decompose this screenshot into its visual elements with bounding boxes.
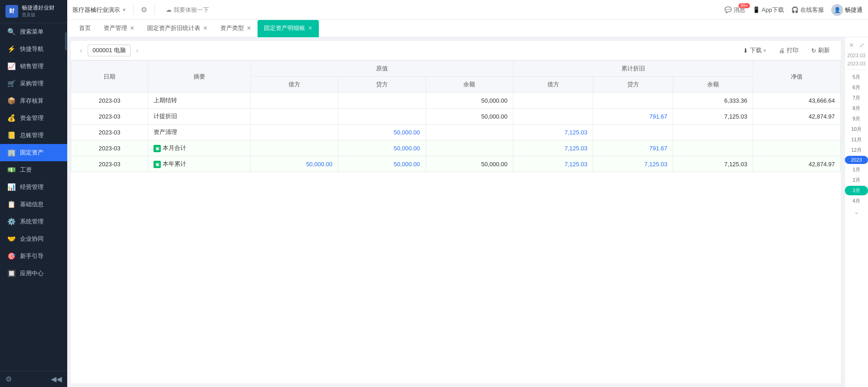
timeline-month-7[interactable]: 7月 [845, 93, 868, 103]
collapse-sidebar-icon[interactable]: ◀◀ [51, 375, 62, 383]
sidebar-item-sales[interactable]: 📈 销售管理 [0, 58, 67, 75]
sidebar-item-search[interactable]: 🔍 搜索菜单 [0, 23, 67, 40]
timeline-year-2023-sub: 2023.03 [845, 60, 868, 68]
timeline-month-9[interactable]: 9月 [845, 114, 868, 124]
sidebar-item-quick-nav[interactable]: ⚡ 快捷导航 [0, 40, 67, 58]
tab-asset-detail-label: 固定资产明细账 [264, 24, 305, 32]
download-icon: ⬇ [743, 47, 748, 54]
sidebar-nav: 🔍 搜索菜单 ⚡ 快捷导航 📈 销售管理 🛒 采购管理 📦 库存核算 💰 资金管… [0, 23, 67, 371]
table-row: 2023-03计提折旧50,000.00791.677,125.0342,874… [71, 109, 841, 124]
search-icon: 🔍 [7, 28, 15, 36]
tab-asset-type-close[interactable]: ✕ [247, 25, 251, 31]
print-button[interactable]: 🖨 打印 [775, 45, 802, 56]
timeline-month-11[interactable]: 11月 [845, 135, 868, 144]
sidebar-item-finance[interactable]: 💰 资金管理 [0, 109, 67, 127]
company-selector[interactable]: 医疗器械行业演示 ▾ [73, 6, 126, 14]
timeline-month-10[interactable]: 10月 [845, 124, 868, 134]
timeline-close-icon[interactable]: ✕ [847, 40, 856, 50]
user-name: 畅捷通 [845, 6, 863, 14]
sidebar-item-system[interactable]: ⚙️ 系统管理 [0, 213, 67, 230]
timeline-down-arrow[interactable]: ⌄ [852, 206, 861, 217]
sidebar-item-label: 资金管理 [20, 114, 44, 122]
sidebar-item-basic-info[interactable]: 📋 基础信息 [0, 196, 67, 213]
message-badge: 99+ [739, 3, 750, 8]
customer-service-label: 在线客服 [800, 6, 824, 14]
refresh-label: 刷新 [818, 46, 830, 55]
timeline-month-3[interactable]: 3月 [845, 186, 868, 195]
sidebar-item-enterprise[interactable]: 🤝 企业协同 [0, 230, 67, 248]
table-row: 2023-03▣本月合计50,000.007,125.03791.67 [71, 140, 841, 156]
next-asset-button[interactable]: › [134, 46, 140, 55]
main-area: 医疗器械行业演示 ▾ ⚙ ☁ 我要体验一下 💬 消息 99+ 📱 App下载 🎧… [67, 0, 868, 387]
sidebar: 财 畅捷通好业财 普及版 🔍 搜索菜单 ⚡ 快捷导航 📈 销售管理 🛒 采购管理 [0, 0, 67, 387]
sidebar-item-operations[interactable]: 📊 经营管理 [0, 179, 67, 196]
tab-asset-detail-close[interactable]: ✕ [308, 25, 312, 31]
sidebar-item-label: 工资 [20, 166, 32, 174]
inventory-icon: 📦 [7, 97, 15, 105]
tab-asset-mgmt[interactable]: 资产管理 ✕ [97, 20, 141, 37]
salary-icon: 💵 [7, 166, 15, 174]
fixed-assets-icon: 🏢 [7, 149, 15, 157]
prev-asset-button[interactable]: ‹ [78, 46, 84, 55]
print-icon: 🖨 [779, 47, 785, 54]
content-area: ‹ 000001 电脑 › ⬇ 下载 ▾ 🖨 打印 ↻ 刷新 [71, 41, 841, 383]
th-accumulated: 累计折旧 [513, 61, 753, 77]
sidebar-item-label: 经营管理 [20, 183, 44, 191]
message-button[interactable]: 💬 消息 99+ [724, 6, 745, 14]
tab-home-label: 首页 [79, 24, 91, 32]
topbar: 医疗器械行业演示 ▾ ⚙ ☁ 我要体验一下 💬 消息 99+ 📱 App下载 🎧… [67, 0, 868, 20]
tab-depreciation-stats-label: 固定资产折旧统计表 [147, 24, 200, 32]
app-download-button[interactable]: 📱 App下载 [753, 6, 784, 14]
guide-icon: 🎯 [7, 252, 15, 260]
timeline-month-8[interactable]: 8月 [845, 104, 868, 113]
sidebar-item-label: 基础信息 [20, 200, 44, 208]
message-icon: 💬 [724, 6, 732, 13]
operations-icon: 📊 [7, 183, 15, 191]
download-button[interactable]: ⬇ 下载 ▾ [739, 45, 770, 56]
app-download-icon: 📱 [753, 6, 760, 13]
timeline-month-6[interactable]: 6月 [845, 83, 868, 92]
timeline-month-5[interactable]: 5月 [845, 72, 868, 82]
sidebar-item-inventory[interactable]: 📦 库存核算 [0, 92, 67, 109]
sidebar-item-purchase[interactable]: 🛒 采购管理 [0, 75, 67, 92]
timeline-month-12[interactable]: 12月 [845, 145, 868, 155]
th-summary: 摘要 [148, 61, 251, 93]
customer-service-button[interactable]: 🎧 在线客服 [791, 6, 824, 14]
user-menu[interactable]: 👤 畅捷通 [831, 4, 863, 16]
sidebar-item-label: 新手引导 [20, 252, 44, 260]
refresh-icon: ↻ [811, 47, 816, 54]
tab-depreciation-stats[interactable]: 固定资产折旧统计表 ✕ [141, 20, 214, 37]
tab-asset-mgmt-close[interactable]: ✕ [130, 25, 134, 31]
tab-asset-mgmt-label: 资产管理 [104, 24, 127, 32]
timeline-year-2023-top: 2023.03 [845, 51, 868, 60]
settings-icon[interactable]: ⚙ [141, 5, 147, 14]
tab-asset-detail[interactable]: 固定资产明细账 ✕ [258, 20, 319, 37]
timeline-expand-icon[interactable]: ⤢ [858, 40, 866, 50]
sidebar-item-general-ledger[interactable]: 📒 总账管理 [0, 127, 67, 144]
sidebar-item-guide[interactable]: 🎯 新手引导 [0, 248, 67, 265]
sidebar-item-salary[interactable]: 💵 工资 [0, 161, 67, 179]
timeline-month-1[interactable]: 1月 [845, 165, 868, 174]
asset-code-display: 000001 电脑 [88, 45, 131, 56]
experience-button[interactable]: ☁ 我要体验一下 [166, 6, 209, 14]
timeline-month-2[interactable]: 2月 [845, 175, 868, 185]
tab-asset-type[interactable]: 资产类型 ✕ [214, 20, 258, 37]
tab-home[interactable]: 首页 [73, 20, 97, 37]
topbar-divider-2 [154, 5, 155, 15]
print-label: 打印 [787, 46, 799, 55]
sidebar-item-app-center[interactable]: 🔲 应用中心 [0, 265, 67, 282]
download-dropdown-icon: ▾ [764, 48, 766, 54]
refresh-button[interactable]: ↻ 刷新 [808, 45, 833, 56]
th-net: 净值 [753, 61, 841, 93]
sidebar-item-label: 搜索菜单 [20, 28, 44, 36]
quick-nav-icon: ⚡ [7, 45, 15, 53]
tab-depreciation-close[interactable]: ✕ [203, 25, 208, 31]
settings-gear-icon[interactable]: ⚙ [5, 375, 12, 383]
sidebar-item-fixed-assets[interactable]: 🏢 固定资产 [0, 144, 67, 161]
sidebar-item-label: 采购管理 [20, 79, 44, 88]
timeline-header: ✕ ⤢ [845, 39, 868, 51]
timeline-year-badge[interactable]: 2023 [845, 156, 868, 164]
th-acc-credit: 贷方 [593, 77, 673, 93]
timeline-month-4[interactable]: 4月 [845, 196, 868, 206]
enterprise-icon: 🤝 [7, 235, 15, 243]
